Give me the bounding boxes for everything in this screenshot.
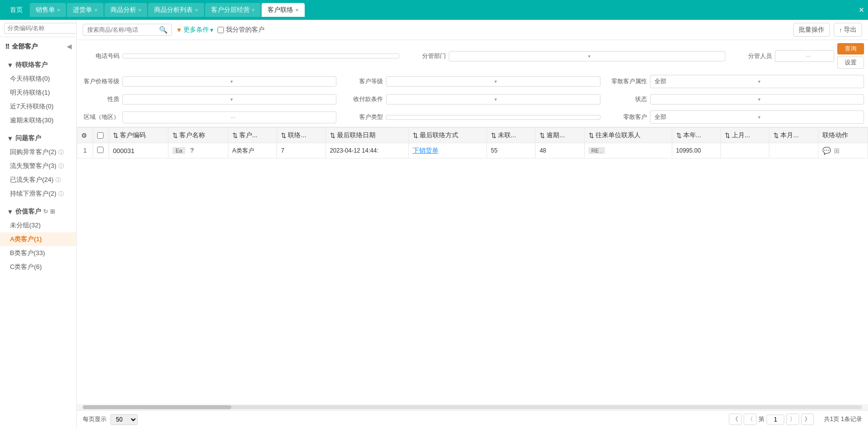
value-customer-group[interactable]: ▼ 价值客户 ↻ ⊞ bbox=[0, 205, 76, 218]
qr-icon[interactable]: ⊞ bbox=[834, 147, 840, 155]
th-gear[interactable]: ⚙ bbox=[77, 128, 93, 143]
scrollbar-thumb[interactable] bbox=[83, 405, 231, 409]
sidebar-item-b-class-label: B类客户(33) bbox=[10, 249, 45, 258]
customer-contact-tab-close[interactable]: × bbox=[295, 7, 298, 13]
price-level-select[interactable]: ▾ bbox=[122, 76, 336, 87]
row-checkbox[interactable] bbox=[97, 147, 104, 153]
payment-select[interactable]: ▾ bbox=[386, 94, 600, 105]
cell-check[interactable] bbox=[93, 143, 109, 159]
refresh-icon[interactable]: ↻ bbox=[43, 208, 48, 215]
my-customers-checkbox[interactable]: 我分管的客户 bbox=[217, 25, 265, 34]
filter-search-icon[interactable]: 🔍 bbox=[159, 26, 167, 34]
th-last-date[interactable]: ⇅ 最后联络日期 bbox=[326, 128, 408, 143]
filter-more-label: 更多条件 bbox=[183, 25, 209, 34]
region-select[interactable]: ··· bbox=[122, 111, 336, 123]
problem-customer-group[interactable]: ▼ 问题客户 bbox=[0, 131, 76, 145]
info-icon-warning[interactable]: ⓘ bbox=[58, 162, 64, 170]
th-overdue[interactable]: ⇅ 逾期... bbox=[536, 128, 584, 143]
scatter-attr-select[interactable]: 全部 ▾ bbox=[650, 75, 864, 88]
first-page-button[interactable]: 《 bbox=[729, 414, 742, 425]
page-number-input[interactable] bbox=[766, 415, 784, 425]
sidebar-item-today[interactable]: 今天待联络(0) bbox=[0, 72, 76, 86]
name-tag: Ea bbox=[172, 147, 185, 154]
customer-level-select[interactable]: ▾ bbox=[386, 76, 600, 87]
info-icon-abnormal[interactable]: ⓘ bbox=[58, 149, 64, 156]
customer-segment-tab-close[interactable]: × bbox=[252, 7, 255, 13]
all-customers-header[interactable]: ⠿ 全部客户 ◀ bbox=[0, 39, 76, 54]
nature-arrow: ▾ bbox=[230, 97, 332, 102]
adv-filter-row3: 性质 ▾ 收付款条件 ▾ 状态 bbox=[77, 91, 868, 107]
sidebar-item-ungroup[interactable]: 未分组(32) bbox=[0, 218, 76, 232]
nav-tab-home[interactable]: 首页 bbox=[4, 3, 29, 17]
filter-search-input[interactable] bbox=[87, 26, 157, 33]
sidebar-item-c-class[interactable]: C类客户(6) bbox=[0, 260, 76, 274]
th-last-month[interactable]: ⇅ 上月... bbox=[721, 128, 769, 143]
th-level[interactable]: ⇅ 客户... bbox=[228, 128, 276, 143]
scrollbar-track[interactable] bbox=[83, 405, 862, 409]
my-customers-check[interactable] bbox=[217, 27, 224, 33]
sidebar-item-overdue[interactable]: 逾期未联络(30) bbox=[0, 113, 76, 127]
th-this-year[interactable]: ⇅ 本年... bbox=[672, 128, 720, 143]
sidebar-search-input[interactable] bbox=[4, 23, 77, 34]
cell-last-method[interactable]: 下销货单 bbox=[408, 143, 487, 159]
customer-type-input[interactable] bbox=[386, 115, 600, 120]
th-unit-contact[interactable]: ⇅ 往来单位联系人 bbox=[584, 128, 672, 143]
sidebar-item-b-class[interactable]: B类客户(33) bbox=[0, 246, 76, 260]
sidebar-item-declining[interactable]: 持续下滑客户(2) ⓘ bbox=[0, 187, 76, 201]
nav-tab-customer-segment[interactable]: 客户分层经营 × bbox=[205, 3, 261, 17]
person-input[interactable]: ··· bbox=[775, 50, 834, 62]
sidebar-item-a-class[interactable]: A类客户(1) bbox=[0, 232, 76, 246]
th-check[interactable] bbox=[93, 128, 109, 143]
customer-type-label: 客户类型 bbox=[344, 113, 383, 121]
last-page-button[interactable]: 》 bbox=[801, 414, 814, 425]
page-size-select[interactable]: 50 100 bbox=[110, 414, 138, 425]
chat-icon[interactable]: 💬 bbox=[822, 147, 831, 155]
export-button[interactable]: ↑ 导出 bbox=[834, 23, 863, 37]
sidebar-item-tomorrow[interactable]: 明天待联络(1) bbox=[0, 86, 76, 100]
sidebar-item-warning[interactable]: 流失预警客户(3) ⓘ bbox=[0, 159, 76, 173]
status-select[interactable]: ▾ bbox=[650, 94, 864, 105]
th-code[interactable]: ⇅ 客户编码 bbox=[109, 128, 168, 143]
search-button[interactable]: 查询 bbox=[837, 43, 864, 54]
goods-analysis-tab-close[interactable]: × bbox=[138, 7, 141, 13]
th-contact[interactable]: ⇅ 联络... bbox=[277, 128, 326, 143]
phone-input[interactable] bbox=[122, 54, 399, 58]
nav-tab-customer-contact[interactable]: 客户联络 × bbox=[262, 3, 304, 17]
th-last-date-sort: ⇅ bbox=[330, 132, 335, 139]
sidebar-item-lost[interactable]: 已流失客户(24) ⓘ bbox=[0, 173, 76, 187]
horizontal-scrollbar[interactable] bbox=[77, 404, 868, 410]
sales-tab-close[interactable]: × bbox=[57, 7, 60, 13]
nav-tab-goods-analysis[interactable]: 商品分析 × bbox=[105, 3, 147, 17]
sidebar-item-abnormal[interactable]: 回购异常客户(2) ⓘ bbox=[0, 145, 76, 159]
th-level-label: 客户... bbox=[239, 131, 258, 140]
goods-list-tab-close[interactable]: × bbox=[195, 7, 198, 13]
nav-tab-sales[interactable]: 销售单 × bbox=[30, 3, 66, 17]
th-action[interactable]: 联络动作 bbox=[818, 128, 868, 143]
th-last-method[interactable]: ⇅ 最后联络方式 bbox=[408, 128, 487, 143]
batch-op-button[interactable]: 批量操作 bbox=[793, 23, 830, 37]
nature-select[interactable]: ▾ bbox=[122, 94, 336, 105]
pending-contact-group[interactable]: ▼ 待联络客户 bbox=[0, 58, 76, 72]
info-icon-declining[interactable]: ⓘ bbox=[58, 190, 64, 198]
select-all-checkbox[interactable] bbox=[97, 132, 104, 139]
info-icon-lost[interactable]: ⓘ bbox=[55, 176, 61, 184]
setting-button[interactable]: 设置 bbox=[837, 56, 864, 69]
th-no-contact[interactable]: ⇅ 未联... bbox=[487, 128, 535, 143]
nav-tab-purchase[interactable]: 进货单 × bbox=[67, 3, 103, 17]
th-this-month[interactable]: ⇅ 本月... bbox=[769, 128, 818, 143]
next-page-button[interactable]: 〉 bbox=[786, 414, 799, 425]
dots-icon: ⠿ bbox=[5, 43, 10, 51]
scatter-customer-select[interactable]: 全部 ▾ bbox=[650, 110, 864, 124]
prev-page-button[interactable]: 〈 bbox=[744, 414, 757, 425]
th-name[interactable]: ⇅ 客户名称 bbox=[168, 128, 228, 143]
last-method-link[interactable]: 下销货单 bbox=[413, 147, 438, 154]
gear-icon[interactable]: ⚙ bbox=[81, 132, 87, 139]
dept-select[interactable]: ▾ bbox=[449, 51, 726, 61]
purchase-tab-close[interactable]: × bbox=[94, 7, 97, 13]
sidebar-item-7days[interactable]: 近7天待联络(0) bbox=[0, 100, 76, 113]
add-icon[interactable]: ⊞ bbox=[50, 208, 55, 215]
window-close-button[interactable]: × bbox=[859, 5, 864, 15]
filter-more-btn[interactable]: ▼ 更多条件 ▾ bbox=[176, 25, 214, 34]
nav-tab-goods-list[interactable]: 商品分析列表 × bbox=[148, 3, 204, 17]
sidebar-item-c-class-label: C类客户(6) bbox=[10, 263, 42, 271]
